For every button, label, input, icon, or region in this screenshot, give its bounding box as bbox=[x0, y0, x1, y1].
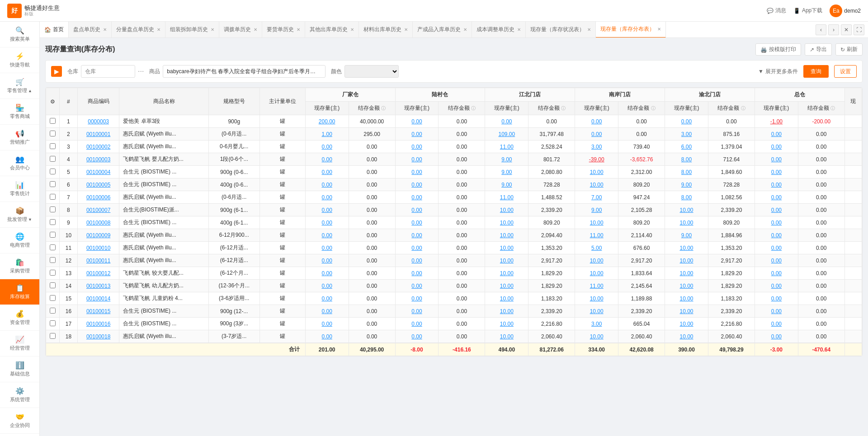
cell-na-stock[interactable]: 10.00 bbox=[575, 292, 618, 305]
cell-yb-stock[interactable]: 0.00 bbox=[665, 115, 708, 128]
th-gear[interactable]: ⚙ bbox=[46, 88, 60, 115]
cell-jb-stock[interactable]: 11.00 bbox=[485, 141, 528, 153]
cell-na-stock[interactable]: -39.00 bbox=[575, 153, 618, 166]
cell-yb-stock[interactable]: 6.00 bbox=[665, 141, 708, 153]
cell-yb-stock[interactable]: 10.00 bbox=[665, 204, 708, 216]
cell-tot-stock[interactable]: 0.00 bbox=[755, 267, 798, 280]
color-select[interactable] bbox=[344, 65, 399, 78]
cell-checkbox[interactable] bbox=[46, 318, 60, 330]
cell-na-stock[interactable]: 10.00 bbox=[575, 216, 618, 229]
cell-code[interactable]: 00100006 bbox=[77, 191, 119, 204]
cell-yb-stock[interactable]: 10.00 bbox=[665, 330, 708, 343]
cell-jb-stock[interactable]: 109.00 bbox=[485, 128, 528, 141]
cell-checkbox[interactable] bbox=[46, 242, 60, 254]
sidebar-item-purchase[interactable]: 🛍️ 采购管理 bbox=[0, 253, 39, 279]
cell-tot-stock[interactable]: 0.00 bbox=[755, 280, 798, 292]
tab-close-stock-dist[interactable]: ✕ bbox=[657, 27, 661, 32]
cell-jb-stock[interactable]: 10.00 bbox=[485, 305, 528, 318]
cell-checkbox[interactable] bbox=[46, 254, 60, 267]
cell-luc-stock[interactable]: 0.00 bbox=[395, 166, 439, 178]
cell-jb-stock[interactable]: 10.00 bbox=[485, 330, 528, 343]
cell-fac-stock[interactable]: 0.00 bbox=[305, 242, 349, 254]
tab-close-inventory-single[interactable]: ✕ bbox=[103, 27, 107, 32]
cell-checkbox[interactable] bbox=[46, 128, 60, 141]
cell-na-stock[interactable]: 10.00 bbox=[575, 254, 618, 267]
cell-yb-stock[interactable]: 8.00 bbox=[665, 166, 708, 178]
cell-tot-stock[interactable]: 0.00 bbox=[755, 254, 798, 267]
sidebar-item-retail-mall[interactable]: 🏪 零售商城 bbox=[0, 99, 39, 125]
cell-code[interactable]: 00100012 bbox=[77, 267, 119, 280]
cell-checkbox[interactable] bbox=[46, 292, 60, 305]
cell-luc-stock[interactable]: 0.00 bbox=[395, 128, 439, 141]
cell-yb-stock[interactable]: 10.00 bbox=[665, 318, 708, 330]
sidebar-item-retail-stats[interactable]: 📊 零售统计 bbox=[0, 176, 39, 202]
cell-code[interactable]: 00100013 bbox=[77, 280, 119, 292]
cell-checkbox[interactable] bbox=[46, 330, 60, 343]
sidebar-item-enterprise[interactable]: 🤝 企业协同 bbox=[0, 408, 39, 434]
cell-luc-stock[interactable]: 0.00 bbox=[395, 330, 439, 343]
cell-jb-stock[interactable]: 11.00 bbox=[485, 191, 528, 204]
cell-na-stock[interactable]: 11.00 bbox=[575, 229, 618, 242]
cell-tot-stock[interactable]: 0.00 bbox=[755, 330, 798, 343]
cell-checkbox[interactable] bbox=[46, 204, 60, 216]
sidebar-item-finance[interactable]: 💰 资金管理 bbox=[0, 305, 39, 331]
cell-jb-stock[interactable]: 10.00 bbox=[485, 292, 528, 305]
cell-checkbox[interactable] bbox=[46, 191, 60, 204]
tab-split-inventory[interactable]: 分量盘点单历史 ✕ bbox=[112, 22, 165, 38]
nav-next-btn[interactable]: › bbox=[828, 24, 839, 35]
tab-close-stock-status[interactable]: ✕ bbox=[587, 27, 591, 32]
query-btn[interactable]: 查询 bbox=[803, 65, 829, 78]
cell-jb-stock[interactable]: 10.00 bbox=[485, 267, 528, 280]
tab-product-in[interactable]: 产成品入库单历史 ✕ bbox=[413, 22, 472, 38]
cell-luc-stock[interactable]: 0.00 bbox=[395, 229, 439, 242]
cell-code[interactable]: 00100002 bbox=[77, 141, 119, 153]
cell-jb-stock[interactable]: 10.00 bbox=[485, 229, 528, 242]
cell-na-stock[interactable]: 3.00 bbox=[575, 318, 618, 330]
cell-luc-stock[interactable]: 0.00 bbox=[395, 115, 439, 128]
expand-conditions-btn[interactable]: ▼ 展开更多条件 bbox=[758, 68, 798, 75]
cell-na-stock[interactable]: 3.00 bbox=[575, 141, 618, 153]
tab-close-other-out[interactable]: ✕ bbox=[350, 27, 354, 32]
cell-fac-stock[interactable]: 0.00 bbox=[305, 141, 349, 153]
cell-luc-stock[interactable]: 0.00 bbox=[395, 318, 439, 330]
cell-fac-stock[interactable]: 200.00 bbox=[305, 115, 349, 128]
cell-code[interactable]: 00100007 bbox=[77, 204, 119, 216]
cell-checkbox[interactable] bbox=[46, 166, 60, 178]
tab-home[interactable]: 🏠 首页 bbox=[40, 22, 69, 38]
cell-tot-stock[interactable]: 0.00 bbox=[755, 229, 798, 242]
tab-assembly[interactable]: 组装拆卸单历史 ✕ bbox=[165, 22, 219, 38]
nav-close-btn[interactable]: ✕ bbox=[841, 24, 852, 35]
cell-luc-stock[interactable]: 0.00 bbox=[395, 280, 439, 292]
cell-jb-stock[interactable]: 10.00 bbox=[485, 242, 528, 254]
cell-fac-stock[interactable]: 0.00 bbox=[305, 204, 349, 216]
sidebar-item-ecommerce[interactable]: 🌐 电商管理 bbox=[0, 228, 39, 253]
cell-fac-stock[interactable]: 0.00 bbox=[305, 267, 349, 280]
cell-tot-stock[interactable]: 0.00 bbox=[755, 292, 798, 305]
yb-bal-info-icon[interactable]: ⓘ bbox=[741, 106, 745, 111]
sidebar-item-marketing[interactable]: 📢 营销推广 bbox=[0, 125, 39, 150]
cell-yb-stock[interactable]: 10.00 bbox=[665, 254, 708, 267]
tab-material-out[interactable]: 材料出库单历史 ✕ bbox=[359, 22, 413, 38]
cell-na-stock[interactable]: 0.00 bbox=[575, 128, 618, 141]
cell-code[interactable]: 00100014 bbox=[77, 292, 119, 305]
cell-yb-stock[interactable]: 10.00 bbox=[665, 305, 708, 318]
cell-tot-stock[interactable]: 0.00 bbox=[755, 242, 798, 254]
tab-close-split-inventory[interactable]: ✕ bbox=[157, 27, 160, 32]
cell-fac-stock[interactable]: 0.00 bbox=[305, 292, 349, 305]
cell-na-stock[interactable]: 10.00 bbox=[575, 166, 618, 178]
cell-code[interactable]: 00100008 bbox=[77, 216, 119, 229]
cell-na-stock[interactable]: 10.00 bbox=[575, 305, 618, 318]
cell-fac-stock[interactable]: 0.00 bbox=[305, 318, 349, 330]
cell-checkbox[interactable] bbox=[46, 216, 60, 229]
cell-tot-stock[interactable]: 0.00 bbox=[755, 305, 798, 318]
cell-tot-stock[interactable]: 0.00 bbox=[755, 204, 798, 216]
cell-tot-stock[interactable]: 0.00 bbox=[755, 128, 798, 141]
tab-close-product-in[interactable]: ✕ bbox=[463, 27, 467, 32]
cell-luc-stock[interactable]: 0.00 bbox=[395, 204, 439, 216]
cell-na-stock[interactable]: 11.00 bbox=[575, 280, 618, 292]
cell-checkbox[interactable] bbox=[46, 267, 60, 280]
cell-checkbox[interactable] bbox=[46, 305, 60, 318]
cell-jb-stock[interactable]: 10.00 bbox=[485, 318, 528, 330]
na-bal-info-icon[interactable]: ⓘ bbox=[651, 106, 656, 111]
luc-bal-info-icon[interactable]: ⓘ bbox=[471, 106, 476, 111]
